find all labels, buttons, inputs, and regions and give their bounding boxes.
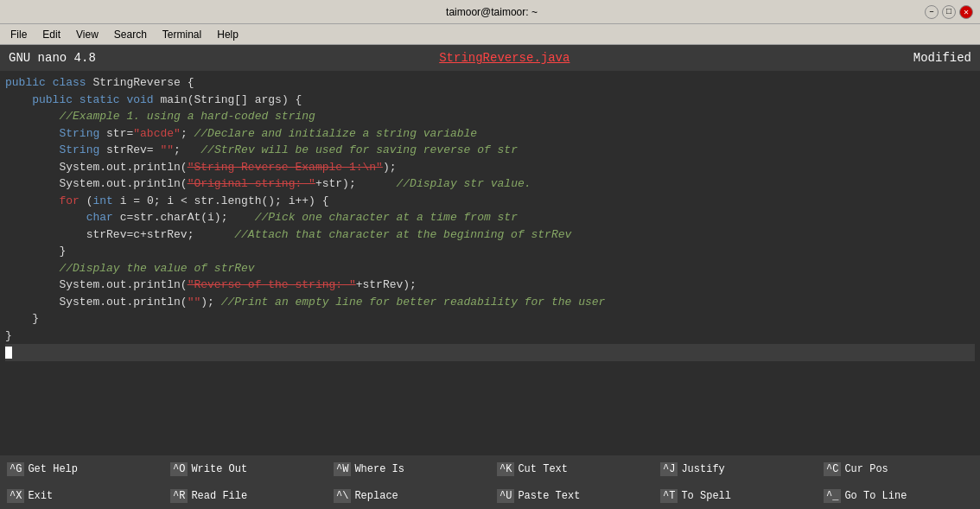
code-line-2: public static void main(String[] args) { bbox=[5, 92, 975, 109]
key-replace: ^\ bbox=[334, 489, 351, 503]
menu-edit[interactable]: Edit bbox=[35, 27, 67, 42]
code-line-11: } bbox=[5, 243, 975, 260]
footer-cmd-write-out[interactable]: ^O Write Out bbox=[163, 461, 327, 478]
code-line-6: System.out.println("String Reverse Examp… bbox=[5, 159, 975, 176]
key-cut-text: ^K bbox=[497, 462, 514, 476]
key-where-is: ^W bbox=[334, 462, 351, 476]
code-line-18 bbox=[5, 344, 975, 361]
menu-file[interactable]: File bbox=[3, 27, 34, 42]
footer-cmd-get-help[interactable]: ^G Get Help bbox=[0, 461, 163, 478]
label-write-out: Write Out bbox=[191, 463, 247, 475]
code-line-1: public class StringReverse { bbox=[5, 74, 975, 92]
label-get-help: Get Help bbox=[28, 463, 78, 475]
key-to-spell: ^T bbox=[660, 489, 678, 503]
footer-cmd-justify[interactable]: ^J Justify bbox=[653, 461, 817, 478]
code-line-16: } bbox=[5, 310, 975, 328]
code-line-9: char c=str.charAt(i); //Pick one charact… bbox=[5, 209, 975, 226]
code-line-17: } bbox=[5, 328, 975, 345]
footer-cmd-read-file[interactable]: ^R Read File bbox=[163, 487, 327, 505]
label-go-to-line: Go To Line bbox=[844, 490, 907, 502]
code-line-10: strRev=c+strRev; //Attach that character… bbox=[5, 226, 975, 244]
footer-cmd-paste-text[interactable]: ^U Paste Text bbox=[490, 487, 653, 505]
code-line-15: System.out.println(""); //Print an empty… bbox=[5, 294, 975, 311]
window-title: taimoor@taimoor: ~ bbox=[59, 6, 925, 18]
code-line-4: String str="abcde"; //Declare and initia… bbox=[5, 125, 975, 143]
key-write-out: ^O bbox=[170, 462, 188, 476]
menu-bar: File Edit View Search Terminal Help bbox=[0, 24, 980, 45]
nano-filename: StringReverse.java bbox=[439, 51, 570, 65]
nano-version: GNU nano 4.8 bbox=[9, 51, 96, 65]
label-cur-pos: Cur Pos bbox=[844, 463, 888, 475]
code-line-5: String strRev= ""; //StrRev will be used… bbox=[5, 142, 975, 159]
code-line-13: //Display the value of strRev bbox=[5, 260, 975, 277]
footer-cmd-replace[interactable]: ^\ Replace bbox=[327, 487, 490, 505]
nano-header: GNU nano 4.8 StringReverse.java Modified bbox=[0, 45, 980, 71]
key-exit: ^X bbox=[7, 489, 24, 503]
key-get-help: ^G bbox=[7, 462, 24, 476]
key-cur-pos: ^C bbox=[824, 462, 841, 476]
key-go-to-line: ^_ bbox=[824, 489, 841, 503]
label-paste-text: Paste Text bbox=[518, 490, 580, 502]
label-justify: Justify bbox=[681, 463, 724, 475]
code-line-7: System.out.println("Original string: "+s… bbox=[5, 175, 975, 193]
footer-cmd-to-spell[interactable]: ^T To Spell bbox=[653, 487, 817, 505]
nano-modified-status: Modified bbox=[913, 51, 971, 65]
nano-footer: ^G Get Help ^O Write Out ^W Where Is ^K … bbox=[0, 455, 980, 509]
footer-cmd-where-is[interactable]: ^W Where Is bbox=[327, 461, 490, 478]
code-line-3: //Example 1. using a hard-coded string bbox=[5, 108, 975, 125]
footer-cmd-cut-text[interactable]: ^K Cut Text bbox=[490, 461, 653, 478]
label-read-file: Read File bbox=[191, 490, 247, 502]
footer-cmd-go-to-line[interactable]: ^_ Go To Line bbox=[817, 487, 980, 505]
label-exit: Exit bbox=[28, 490, 53, 502]
footer-row-1: ^G Get Help ^O Write Out ^W Where Is ^K … bbox=[0, 455, 980, 482]
minimize-button[interactable]: – bbox=[925, 5, 939, 19]
label-replace: Replace bbox=[354, 490, 398, 502]
menu-terminal[interactable]: Terminal bbox=[156, 27, 208, 42]
footer-cmd-exit[interactable]: ^X Exit bbox=[0, 487, 163, 505]
label-to-spell: To Spell bbox=[681, 490, 731, 502]
code-editor[interactable]: public class StringReverse { public stat… bbox=[0, 71, 980, 455]
title-bar: taimoor@taimoor: ~ – □ ✕ bbox=[0, 0, 980, 24]
key-justify: ^J bbox=[660, 462, 678, 476]
label-cut-text: Cut Text bbox=[518, 463, 568, 475]
code-line-8: for (int i = 0; i < str.length(); i++) { bbox=[5, 193, 975, 210]
code-line-14: System.out.println("Reverse of the strin… bbox=[5, 277, 975, 294]
maximize-button[interactable]: □ bbox=[942, 5, 956, 19]
footer-cmd-cur-pos[interactable]: ^C Cur Pos bbox=[817, 461, 980, 478]
menu-help[interactable]: Help bbox=[210, 27, 245, 42]
menu-view[interactable]: View bbox=[69, 27, 105, 42]
menu-search[interactable]: Search bbox=[107, 27, 154, 42]
close-button[interactable]: ✕ bbox=[959, 5, 973, 19]
footer-row-2: ^X Exit ^R Read File ^\ Replace ^U Paste… bbox=[0, 482, 980, 509]
label-where-is: Where Is bbox=[354, 463, 404, 475]
key-paste-text: ^U bbox=[497, 489, 514, 503]
key-read-file: ^R bbox=[170, 489, 188, 503]
